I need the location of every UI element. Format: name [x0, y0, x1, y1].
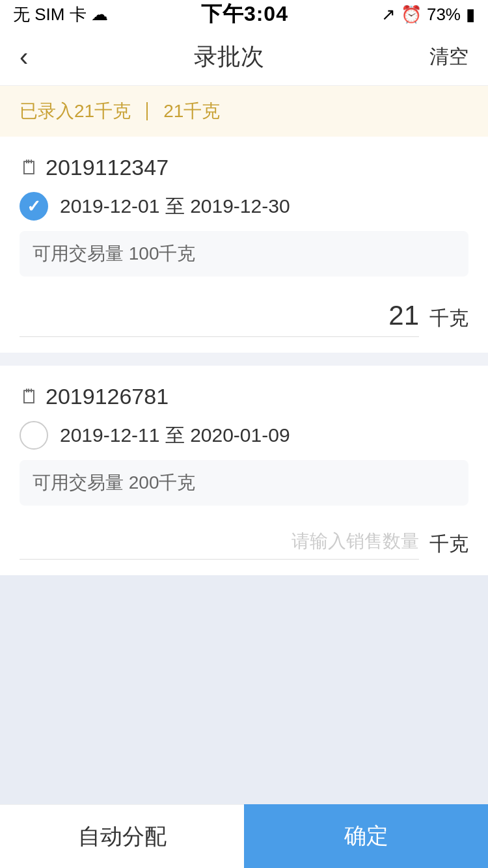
clear-button[interactable]: 清空 — [429, 44, 468, 70]
quantity-input-1[interactable]: 21 — [20, 300, 419, 337]
nav-bar: ‹ 录批次 清空 — [0, 29, 488, 86]
back-button[interactable]: ‹ — [20, 42, 28, 72]
batch-doc-icon-2: 🗒 — [20, 386, 39, 408]
page-title: 录批次 — [194, 41, 264, 73]
summary-banner: 已录入21千克 21千克 — [0, 86, 488, 137]
batch-date-1: 2019-12-01 至 2019-12-30 — [60, 193, 290, 220]
card-gap-1 — [0, 353, 488, 366]
batch-header-2: 🗒 2019126781 — [0, 366, 488, 416]
summary-value: 21千克 — [163, 99, 220, 124]
batch-card-1: 🗒 2019112347 2019-12-01 至 2019-12-30 可用交… — [0, 137, 488, 353]
batch-header-1: 🗒 2019112347 — [0, 137, 488, 187]
batch-card-2: 🗒 2019126781 2019-12-11 至 2020-01-09 可用交… — [0, 366, 488, 575]
confirm-button[interactable]: 确定 — [244, 804, 488, 868]
quantity-input-2[interactable]: 请输入销售数量 — [20, 529, 419, 560]
quantity-placeholder-2: 请输入销售数量 — [291, 529, 419, 554]
location-icon: ↗ — [381, 5, 396, 25]
batch-id-2: 2019126781 — [46, 384, 169, 409]
batch-radio-2[interactable] — [20, 421, 48, 450]
batch-available-1: 可用交易量 100千克 — [20, 231, 468, 277]
alarm-icon: ⏰ — [401, 5, 422, 25]
quantity-row-1: 21 千克 — [0, 290, 488, 353]
summary-divider — [146, 102, 148, 120]
battery-icon: ▮ — [466, 5, 475, 25]
sim-text: 无 SIM 卡 ☁ — [13, 3, 108, 26]
status-bar: 无 SIM 卡 ☁ 下午3:04 ↗ ⏰ 73% ▮ — [0, 0, 488, 29]
quantity-unit-2: 千克 — [429, 531, 468, 558]
battery-text: 73% — [427, 5, 461, 25]
quantity-row-2: 请输入销售数量 千克 — [0, 519, 488, 575]
batch-date-2: 2019-12-11 至 2020-01-09 — [60, 422, 290, 449]
quantity-value-1: 21 — [380, 300, 419, 331]
content-area: 已录入21千克 21千克 🗒 2019112347 2019-12-01 至 2… — [0, 86, 488, 868]
status-time: 下午3:04 — [201, 0, 288, 29]
batch-available-2: 可用交易量 200千克 — [20, 460, 468, 506]
batch-doc-icon-1: 🗒 — [20, 157, 39, 179]
summary-label: 已录入21千克 — [20, 99, 131, 124]
batch-id-1: 2019112347 — [46, 155, 169, 180]
auto-distribute-button[interactable]: 自动分配 — [0, 804, 244, 868]
status-right: ↗ ⏰ 73% ▮ — [381, 5, 475, 25]
batch-date-row-2: 2019-12-11 至 2020-01-09 — [0, 416, 488, 460]
status-left: 无 SIM 卡 ☁ — [13, 3, 108, 26]
batch-date-row-1: 2019-12-01 至 2019-12-30 — [0, 187, 488, 231]
footer: 自动分配 确定 — [0, 804, 488, 868]
quantity-unit-1: 千克 — [429, 305, 468, 332]
bottom-empty-area — [0, 575, 488, 822]
batch-radio-1[interactable] — [20, 192, 48, 221]
